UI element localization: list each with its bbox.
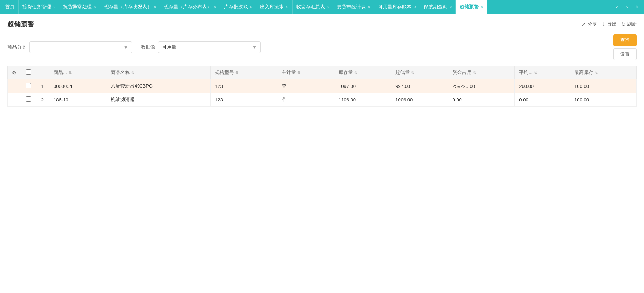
select-all-checkbox[interactable] [26,69,31,75]
nav-tab-close-11[interactable]: × [481,5,483,9]
page-header: 超储预警 ➚ 分享 ⇓ 导出 ↻ 刷新 [7,20,637,29]
category-select[interactable]: ▼ [29,41,132,53]
data-table: ⚙ 商品... ⇅ 商品名称 ⇅ [7,66,637,107]
export-button[interactable]: ⇓ 导出 [601,21,617,27]
row-num-1: 2 [36,93,49,107]
table-row: 1 0000004 六配套新昌490BPG 123 套 1097.00 997.… [8,79,637,93]
nav-tab-close-7[interactable]: × [327,5,329,9]
export-icon: ⇓ [601,21,606,27]
nav-tab-0[interactable]: 首页 [1,0,19,14]
sort-icon-avg: ⇅ [534,71,537,75]
gear-icon: ⚙ [12,70,17,75]
row-code-1: 186-10... [49,93,106,107]
th-name[interactable]: 商品名称 ⇅ [106,66,210,79]
row-max-0: 100.00 [570,79,637,93]
category-dropdown-icon: ▼ [124,45,128,50]
row-actions-1 [8,93,21,107]
th-checkbox [21,66,36,79]
datasource-select[interactable]: 可用量 ▼ [158,41,261,53]
top-nav: 首页拣货任务管理×拣货异常处理×现存量（库存状况表）×现存量（库存分布表）×库存… [0,0,644,14]
refresh-icon: ↻ [621,21,626,27]
row-checkbox-0[interactable] [26,83,31,88]
share-icon: ➚ [582,21,586,27]
nav-tab-4[interactable]: 现存量（库存分布表）× [160,0,220,14]
nav-tab-9[interactable]: 可用量库存账本× [374,0,420,14]
nav-tab-close-5[interactable]: × [250,5,252,9]
row-actions-0 [8,79,21,93]
row-avg-0: 260.00 [515,79,570,93]
row-unit-0: 套 [277,79,334,93]
row-stock-1: 1106.00 [334,93,391,107]
nav-tab-close-4[interactable]: × [214,5,216,9]
row-num-0: 1 [36,79,49,93]
nav-tab-close-6[interactable]: × [286,5,288,9]
nav-next-btn[interactable]: › [622,0,632,14]
nav-tab-6[interactable]: 出入库流水× [256,0,292,14]
nav-arrows: ‹ › × [612,0,643,14]
nav-tab-3[interactable]: 现存量（库存状况表）× [100,0,160,14]
nav-tab-8[interactable]: 要货单统计表× [333,0,374,14]
category-filter: 商品分类 ▼ [7,41,132,53]
sort-icon-over: ⇅ [411,71,414,75]
row-stock-0: 1097.00 [334,79,391,93]
row-capital-0: 259220.00 [448,79,515,93]
sort-icon-max: ⇅ [595,71,598,75]
th-avg[interactable]: 平均... ⇅ [515,66,570,79]
nav-tab-close-8[interactable]: × [368,5,370,9]
row-checkbox-1[interactable] [26,96,31,102]
row-over-0: 997.00 [391,79,448,93]
row-code-0: 0000004 [49,79,106,93]
sort-icon-stock: ⇅ [354,71,357,75]
row-checkbox-cell-0 [21,79,36,93]
filter-buttons: 查询 设置 [613,34,637,60]
row-over-1: 1006.00 [391,93,448,107]
row-name-0: 六配套新昌490BPG [106,79,210,93]
table-row: 2 186-10... 机油滤清器 123 个 1106.00 1006.00 … [8,93,637,107]
th-over[interactable]: 超储量 ⇅ [391,66,448,79]
nav-tab-close-1[interactable]: × [53,5,55,9]
nav-tab-close-9[interactable]: × [414,5,416,9]
datasource-select-text: 可用量 [162,44,176,51]
th-unit[interactable]: 主计量 ⇅ [277,66,334,79]
sort-icon-spec: ⇅ [235,71,238,75]
row-avg-1: 0.00 [515,93,570,107]
sort-icon-unit: ⇅ [297,71,300,75]
row-unit-1: 个 [277,93,334,107]
row-checkbox-cell-1 [21,93,36,107]
th-stock[interactable]: 库存量 ⇅ [334,66,391,79]
th-rownum [36,66,49,79]
row-spec-0: 123 [211,79,277,93]
nav-prev-btn[interactable]: ‹ [612,0,622,14]
nav-tab-close-3[interactable]: × [154,5,156,9]
row-spec-1: 123 [211,93,277,107]
datasource-dropdown-icon: ▼ [252,45,257,50]
page-content: 超储预警 ➚ 分享 ⇓ 导出 ↻ 刷新 商品分类 ▼ 数据源 [0,14,644,293]
nav-close-all-btn[interactable]: × [632,0,643,14]
query-button[interactable]: 查询 [613,34,637,46]
nav-tab-10[interactable]: 保质期查询× [420,0,456,14]
refresh-button[interactable]: ↻ 刷新 [621,21,637,27]
nav-tab-11[interactable]: 超储预警× [456,0,487,14]
nav-tab-7[interactable]: 收发存汇总表× [293,0,333,14]
th-capital[interactable]: 资金占用 ⇅ [448,66,515,79]
sort-icon-code: ⇅ [69,71,72,75]
sort-icon-name: ⇅ [131,71,134,75]
th-spec[interactable]: 规格型号 ⇅ [211,66,277,79]
row-capital-1: 0.00 [448,93,515,107]
header-actions: ➚ 分享 ⇓ 导出 ↻ 刷新 [582,21,637,27]
category-label: 商品分类 [7,44,26,51]
settings-button[interactable]: 设置 [613,48,637,60]
nav-tab-2[interactable]: 拣货异常处理× [59,0,100,14]
nav-tab-close-2[interactable]: × [94,5,96,9]
filter-row: 商品分类 ▼ 数据源 可用量 ▼ 查询 设置 [7,34,637,60]
sort-icon-capital: ⇅ [473,71,476,75]
page-title: 超储预警 [7,20,34,29]
nav-tab-close-10[interactable]: × [450,5,452,9]
nav-tab-5[interactable]: 库存批次账× [220,0,256,14]
th-code[interactable]: 商品... ⇅ [49,66,106,79]
th-max[interactable]: 最高库存 ⇅ [570,66,637,79]
datasource-label: 数据源 [141,44,155,51]
share-button[interactable]: ➚ 分享 [582,21,597,27]
nav-tab-1[interactable]: 拣货任务管理× [19,0,59,14]
th-gear[interactable]: ⚙ [8,66,21,79]
